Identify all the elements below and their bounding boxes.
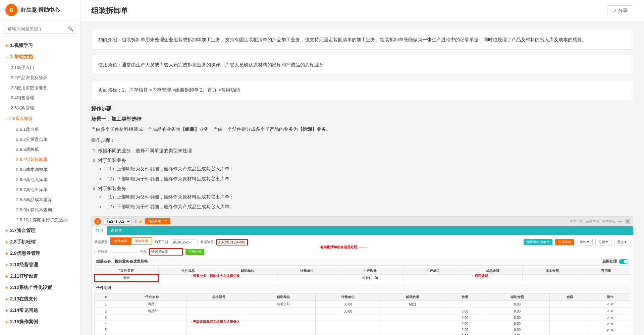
plus-icon: + xyxy=(5,228,8,233)
lcol-aux-amt: 辅助金额 xyxy=(485,294,550,301)
new-same-button[interactable]: 同款新建一个 xyxy=(145,218,170,224)
disassemble-btn[interactable]: 拆卸单据 xyxy=(131,237,152,245)
sidebar-item-other-out[interactable]: 2.6.7其他出库单 xyxy=(0,185,80,195)
step2: 对于组装业务 （1）上部明细为父件明细，最终作为产成品生成其它入库单； （2）下… xyxy=(98,156,633,183)
scenario1-title: 场景一：加工类型选择 xyxy=(91,116,633,122)
confirm-btn[interactable]: 完成审核 xyxy=(555,239,574,245)
disassembly-step1: （1）上部明细为父件明细，最终作为原材料生成其它出库单； xyxy=(105,193,633,201)
lcol-qty: 数量 xyxy=(445,294,485,301)
sidebar-item-mobile[interactable]: + 2.8手机旺铺 xyxy=(0,236,80,248)
page-title: 组装拆卸单 xyxy=(91,6,128,16)
steps-title: 操作步骤： xyxy=(91,106,633,112)
sidebar-item-custom[interactable]: + 2.12系统个性化设置 xyxy=(0,282,80,293)
upper-row-1: 米米 粒粒(+1.0) xyxy=(95,274,630,282)
plus-icon: + xyxy=(5,296,8,302)
sidebar-item-stock-query[interactable]: 2.6.9库存账本查询 xyxy=(0,205,80,215)
steps-section: 操作步骤： 场景一：加工类型选择 当由多个子件材料组装成一个成品的业务为【组装】… xyxy=(91,106,633,335)
step1: 根据不同的业务，选择不同单据的类型来处理 xyxy=(98,147,633,155)
sidebar-item-other-in[interactable]: 2.6.6其他入库单 xyxy=(0,175,80,185)
search-box: 🔍 xyxy=(0,20,80,37)
share-icon: ↗ xyxy=(613,8,617,13)
sidebar-item-docs[interactable]: − 2.帮助文档 xyxy=(0,51,80,63)
step3: 对于拆装业务 （1）上部明细为父件明细，最终作为原材料生成其它出库单； （2）下… xyxy=(98,184,633,211)
path-block: 页面路径：1、库存核算->库存管理->组装拆卸单 2、首页->常用功能 xyxy=(91,80,633,100)
sidebar-item-purchase[interactable]: 2.5采购管理 xyxy=(0,103,80,113)
process-btn[interactable]: 立即处理 xyxy=(185,249,204,255)
select-bom-button[interactable]: 选择组料清单▼ xyxy=(524,239,552,245)
lower-row-3: 30.000.00✓ ✕ xyxy=(95,315,630,321)
type-toggle: 组装单据 拆卸单据 xyxy=(110,237,152,245)
search-input[interactable] xyxy=(4,24,76,34)
lcol-child-name: *子件名称 xyxy=(117,294,186,301)
lower-row-2: 2 商品2 30.00 0.00 0.00 ✓ ✕ xyxy=(95,308,630,315)
sidebar-item-coupon[interactable]: + 2.9优惠券管理 xyxy=(0,248,80,259)
sidebar-item-online-pay[interactable]: + 2.13在线支付 xyxy=(0,293,80,305)
sidebar-item-adjust[interactable]: 2.6.3调拨单 xyxy=(0,145,80,155)
disassembly-step2: （2）下部明细为子件明细，最终作为产成品生成其它入库单。 xyxy=(105,203,633,211)
plus-icon: + xyxy=(5,43,8,48)
warehouse-input[interactable]: 请选择仓库 xyxy=(149,248,183,256)
sidebar-item-sales[interactable]: 2.4销售管理 xyxy=(0,93,80,103)
switch-label: 启用处理 xyxy=(602,259,617,264)
lower-row-4: 40.000.00✓ ✕ xyxy=(95,321,630,327)
app-nav-bar: 自用 新建单 xyxy=(92,226,633,235)
assembly-btn[interactable]: 组装单据 xyxy=(110,237,131,245)
sidebar-item-install[interactable]: 2.2产品安装及登录 xyxy=(0,73,80,83)
bill-input[interactable]: AD-20191226-001 xyxy=(216,239,248,245)
minus-icon: − xyxy=(5,116,8,121)
pcount-input[interactable] xyxy=(110,251,137,253)
lcol-aux-unit: 辅助单位 xyxy=(251,294,316,301)
logo-icon: 6 xyxy=(5,4,17,16)
form-row-2: 生产数量 仓库 请选择仓库 立即处理 xyxy=(94,248,630,256)
sidebar-item-prepare[interactable]: 2.3使用前数据准备 xyxy=(0,83,80,93)
lower-table: # *子件名称 规格型号 辅助单位 计量单位 辅助数量 数量 辅助金额 金额 xyxy=(94,293,630,335)
close-button[interactable]: ✕ xyxy=(625,219,630,224)
cell-name: 米米 xyxy=(95,274,158,282)
more-btn[interactable]: 更多▼ xyxy=(614,239,630,245)
nav-home[interactable]: 自用 xyxy=(92,226,107,235)
sidebar-item-cost-recalc[interactable]: 2.6.8商品成本重算 xyxy=(0,195,80,205)
minus-icon: − xyxy=(5,54,8,60)
settings-icon: ⚙ 🔔 xyxy=(134,220,142,223)
sidebar-header: 6 好生意 帮助中心 xyxy=(0,0,80,20)
topbar-links: App下载 在线帮助 帮助中心 ●● xyxy=(570,219,622,224)
main-header: 组装拆卸单 ↗ 分享 xyxy=(80,0,644,22)
upper-table: *父件名称 父件规格 辅助单位 计量单位 生产数量 生产单位 成品金额 成本金额… xyxy=(94,267,630,282)
app-form-area: 单据类型 组装单据 拆卸单据 加工日期 2019-12-26 单据编号 AD-2… xyxy=(92,235,633,335)
col-prod-unit: 生产单位 xyxy=(404,267,463,275)
disassembly-sub-list: （1）上部明细为父件明细，最终作为原材料生成其它出库单； （2）下部明细为子件明… xyxy=(98,193,633,211)
enable-switch[interactable] xyxy=(619,259,628,264)
date-input[interactable]: 2019-12-26 xyxy=(171,239,198,245)
print-btn[interactable]: 打印▼ xyxy=(595,239,611,245)
col-parent-spec: 父件规格 xyxy=(158,267,218,275)
store-selector[interactable]: TEST-H002 xyxy=(104,218,131,225)
plus-icon: + xyxy=(5,262,8,268)
nav-new[interactable]: 新建单 xyxy=(107,226,126,235)
warehouse-label: 仓库 xyxy=(140,249,147,254)
sidebar-item-operations[interactable]: + 2.10经营管理 xyxy=(0,259,80,271)
lcol-op: 操作 xyxy=(590,294,630,301)
app-title: 好生意 帮助中心 xyxy=(21,7,60,14)
sidebar-item-print[interactable]: + 2.11打印设置 xyxy=(0,271,80,282)
assembly-step1: （1）上部明细为父件明细，最终作为产成品生成其它入库单； xyxy=(105,165,633,173)
op-btn[interactable]: 操作▼ xyxy=(577,239,593,245)
sidebar-item-faq[interactable]: + 2.14常见问题 xyxy=(0,305,80,316)
substeps-title: 操作步骤： xyxy=(91,136,633,145)
sidebar-item-account-error[interactable]: 2.6.10库存账本错了怎么办 xyxy=(0,215,80,225)
sidebar-item-inventory[interactable]: − 2.6库存核算 xyxy=(0,113,80,124)
sidebar-item-videos[interactable]: + 1.视频学习 xyxy=(0,40,80,51)
date-label: 加工日期 xyxy=(155,240,168,244)
sidebar-item-assembly[interactable]: 2.6.4组装拆卸单 xyxy=(0,155,80,165)
plus-icon: + xyxy=(5,251,8,256)
sidebar-item-cases[interactable]: + 2.15操作案例 xyxy=(0,316,80,328)
share-button[interactable]: ↗ 分享 xyxy=(607,5,633,16)
sidebar-item-cost-adj[interactable]: 2.6.5成本调整单 xyxy=(0,165,80,175)
sidebar-item-stock-split[interactable]: 2.6.2分量盘点单 xyxy=(0,134,80,145)
col-aux-unit: 辅助单位 xyxy=(218,267,277,275)
lcol-spec: 规格型号 xyxy=(186,294,251,301)
content-area: 功能介绍：组装拆卸单用来处理企业组装或拆卸等加工业务，支持有固定装配清单的产品加… xyxy=(80,22,644,335)
sidebar-item-finance[interactable]: + 2.7资金管理 xyxy=(0,225,80,236)
sidebar-item-stock-count[interactable]: 2.6.1盘点单 xyxy=(0,124,80,134)
sidebar-item-newbie[interactable]: 2.1新手入门 xyxy=(0,63,80,73)
nav-list: + 1.视频学习 − 2.帮助文档 2.1新手入门 2.2产品安装及登录 2.3… xyxy=(0,37,80,335)
